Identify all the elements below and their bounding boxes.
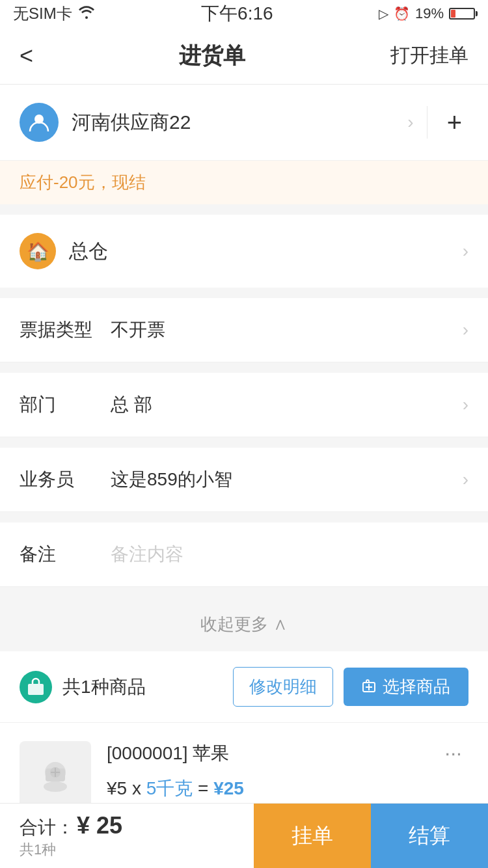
battery-percent: 19% [415, 5, 444, 22]
page-title: 进货单 [179, 41, 245, 71]
product-multiply: x [132, 778, 146, 798]
supplier-avatar [20, 103, 59, 142]
status-time: 下午6:16 [201, 1, 273, 26]
invoice-type-value: 不开票 [111, 318, 456, 342]
salesperson-chevron: › [463, 469, 468, 490]
nav-bar: < 进货单 打开挂单 [0, 27, 488, 85]
alarm-icon: ⏰ [394, 6, 410, 21]
svg-rect-1 [28, 684, 44, 695]
back-button[interactable]: < [20, 42, 33, 70]
battery-icon [449, 8, 475, 20]
product-code: [0000001] [107, 743, 188, 763]
supplier-row[interactable]: 河南供应商22 › + [0, 85, 488, 161]
salesperson-label: 业务员 [20, 467, 111, 492]
remark-row[interactable]: 备注 备注内容 [0, 522, 488, 587]
product-count: 共1种商品 [62, 675, 233, 699]
invoice-type-label: 票据类型 [20, 318, 111, 342]
product-title: 苹果 [193, 743, 229, 763]
remark-input[interactable]: 备注内容 [111, 542, 468, 567]
warehouse-name: 总仓 [69, 238, 456, 265]
notice-text: 应付-20元，现结 [20, 172, 146, 192]
svg-point-4 [44, 781, 67, 792]
product-more-button[interactable]: ··· [438, 741, 468, 765]
carrier-label: 无SIM卡 [13, 3, 72, 24]
product-header: 共1种商品 修改明细 选择商品 [0, 651, 488, 723]
warehouse-chevron: › [463, 241, 468, 262]
warehouse-section: 🏠 总仓 › [0, 215, 488, 288]
department-row[interactable]: 部门 总 部 › [0, 373, 488, 437]
total-amount: ¥ 25 [77, 812, 122, 839]
total-section: 合计： ¥ 25 共1种 [0, 812, 254, 860]
supplier-divider [427, 106, 427, 139]
collapse-toggle[interactable]: 收起更多 ∧ [0, 597, 488, 651]
product-thumbnail [20, 741, 91, 813]
total-count: 共1种 [20, 840, 234, 860]
select-product-button[interactable]: 选择商品 [344, 668, 468, 706]
supplier-section: 河南供应商22 › + [0, 85, 488, 161]
department-chevron: › [463, 394, 468, 415]
status-left: 无SIM卡 [13, 3, 96, 24]
salesperson-value: 这是859的小智 [111, 467, 456, 492]
supplier-chevron: › [407, 112, 413, 133]
hold-button[interactable]: 挂单 [254, 804, 371, 869]
remark-label: 备注 [20, 542, 111, 567]
invoice-type-section: 票据类型 不开票 › [0, 298, 488, 362]
department-section: 部门 总 部 › [0, 373, 488, 437]
department-label: 部门 [20, 392, 111, 417]
remark-section: 备注 备注内容 [0, 522, 488, 587]
status-bar: 无SIM卡 下午6:16 ▷ ⏰ 19% [0, 0, 488, 27]
checkout-button[interactable]: 结算 [371, 804, 488, 869]
total-row: 合计： ¥ 25 [20, 812, 234, 840]
product-name: [0000001] 苹果 [107, 741, 438, 766]
status-right: ▷ ⏰ 19% [379, 5, 475, 22]
notice-bar: 应付-20元，现结 [0, 161, 488, 204]
select-product-label: 选择商品 [383, 675, 450, 698]
total-label: 合计： [20, 815, 74, 840]
product-info: [0000001] 苹果 ¥5 x 5千克 = ¥25 [107, 741, 438, 801]
department-value: 总 部 [111, 392, 456, 417]
product-quantity: 5千克 [146, 778, 193, 798]
add-supplier-button[interactable]: + [441, 108, 468, 137]
product-equals: = [198, 778, 213, 798]
salesperson-section: 业务员 这是859的小智 › [0, 448, 488, 512]
supplier-name: 河南供应商22 [72, 109, 401, 136]
open-hold-button[interactable]: 打开挂单 [390, 42, 468, 69]
warehouse-row[interactable]: 🏠 总仓 › [0, 215, 488, 288]
product-icon [20, 671, 52, 703]
product-total: ¥25 [213, 778, 244, 798]
product-calc: ¥5 x 5千克 = ¥25 [107, 776, 438, 801]
invoice-type-chevron: › [463, 319, 468, 340]
product-price: ¥5 [107, 778, 127, 798]
edit-detail-button[interactable]: 修改明细 [233, 667, 333, 707]
location-icon: ▷ [379, 6, 388, 21]
bottom-bar: 合计： ¥ 25 共1种 挂单 结算 [0, 803, 488, 868]
salesperson-row[interactable]: 业务员 这是859的小智 › [0, 448, 488, 512]
invoice-type-row[interactable]: 票据类型 不开票 › [0, 298, 488, 362]
wifi-icon [77, 5, 96, 23]
warehouse-icon: 🏠 [20, 233, 56, 269]
